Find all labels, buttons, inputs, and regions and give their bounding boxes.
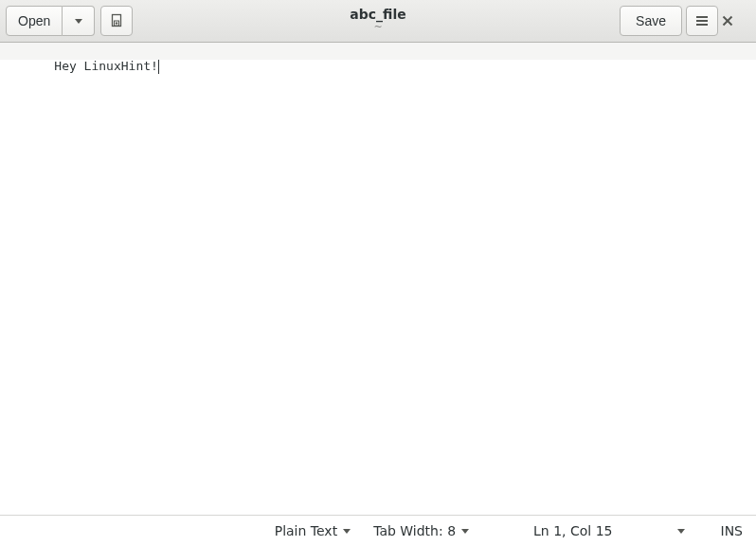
close-icon: [722, 15, 733, 27]
caret-down-icon: [343, 529, 351, 534]
new-document-button[interactable]: [100, 6, 133, 36]
save-button-label: Save: [636, 13, 666, 28]
headerbar-right: Save: [620, 6, 750, 36]
line-ending-selector[interactable]: [677, 529, 685, 534]
tab-width-label: Tab Width: 8: [373, 523, 456, 538]
hamburger-menu-button[interactable]: [686, 6, 718, 36]
headerbar: Open abc_file ~ Save: [0, 0, 756, 43]
open-button-label: Open: [18, 13, 50, 28]
editor: 1 Hey LinuxHint!: [0, 43, 756, 515]
headerbar-left: Open: [6, 6, 133, 36]
insert-mode-label: INS: [721, 523, 744, 538]
line-number-gutter: 1: [0, 43, 23, 515]
insert-mode-toggle[interactable]: INS: [721, 523, 744, 538]
caret-down-icon: [461, 529, 469, 534]
document-title: abc_file: [350, 8, 405, 22]
caret-down-icon: [677, 529, 685, 534]
statusbar: Plain Text Tab Width: 8 Ln 1, Col 15 INS: [0, 515, 756, 546]
cursor-position-label: Ln 1, Col 15: [533, 523, 612, 538]
headerbar-title-area: abc_file ~: [350, 8, 405, 33]
new-document-icon: [109, 13, 124, 28]
close-window-button[interactable]: [722, 15, 750, 27]
open-recent-dropdown[interactable]: [63, 6, 95, 36]
tab-width-selector[interactable]: Tab Width: 8: [373, 523, 469, 538]
svg-rect-4: [696, 16, 708, 18]
text-area[interactable]: Hey LinuxHint!: [23, 43, 756, 515]
svg-rect-6: [696, 24, 708, 26]
open-button-group: Open: [6, 6, 95, 36]
hamburger-icon: [694, 13, 710, 28]
svg-rect-5: [696, 20, 708, 22]
language-label: Plain Text: [275, 523, 337, 538]
text-cursor: [158, 60, 159, 74]
document-subtitle: ~: [373, 23, 382, 34]
line-text: Hey LinuxHint!: [54, 59, 158, 73]
open-button[interactable]: Open: [6, 6, 63, 36]
language-selector[interactable]: Plain Text: [275, 523, 351, 538]
caret-down-icon: [75, 19, 82, 24]
save-button[interactable]: Save: [620, 6, 682, 36]
cursor-position: Ln 1, Col 15: [533, 523, 612, 538]
